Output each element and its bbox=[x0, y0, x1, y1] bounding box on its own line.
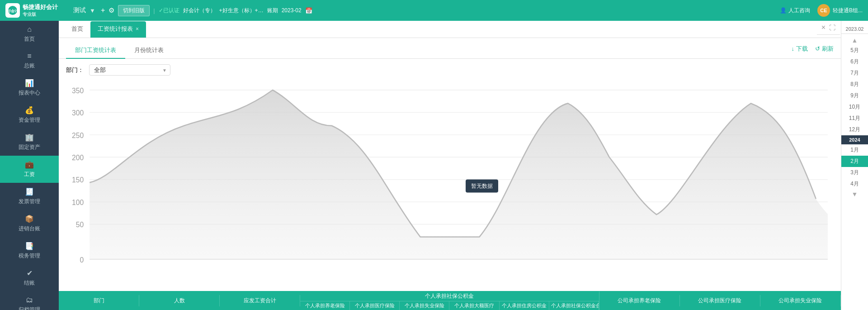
scroll-down-btn[interactable]: ▼ bbox=[851, 190, 859, 199]
sidebar-item-invoice[interactable]: 🧾 发票管理 bbox=[0, 183, 59, 210]
month-2024-2-active[interactable]: 2月 bbox=[841, 156, 868, 167]
good-accounting-label: 好会计（专） bbox=[183, 7, 216, 14]
month-12[interactable]: 12月 bbox=[841, 124, 868, 135]
header-middle: 测试 ▼ + ⚙ 切到旧版 | ✓已认证 好会计（专） +好生意（标）+… 账期… bbox=[64, 5, 780, 16]
user-area[interactable]: CE 轻捷通B组... bbox=[817, 4, 863, 17]
month-6[interactable]: 6月 bbox=[841, 56, 868, 67]
settings-icon[interactable]: ⚙ bbox=[108, 6, 114, 14]
sub-col-pension: 个人承担养老保险 bbox=[300, 301, 350, 310]
month-10[interactable]: 10月 bbox=[841, 101, 868, 113]
month-2024-3[interactable]: 3月 bbox=[841, 167, 868, 178]
sidebar-item-salary[interactable]: 💼 工资 bbox=[0, 156, 59, 183]
dept-select-wrapper: 全部 财务部 技术部 销售部 行政部 ▼ bbox=[89, 64, 170, 76]
table-col-total-salary: 应发工资合计 bbox=[220, 295, 300, 306]
month-2024-4[interactable]: 4月 bbox=[841, 178, 868, 190]
scroll-up-btn[interactable]: ▲ bbox=[851, 36, 859, 45]
dept-select[interactable]: 全部 财务部 技术部 销售部 行政部 bbox=[89, 64, 170, 76]
chart-svg: 350 300 250 200 150 100 50 0 bbox=[66, 81, 834, 286]
add-btn[interactable]: + bbox=[101, 6, 105, 14]
sidebar-item-purchase[interactable]: 📦 进销台账 bbox=[0, 210, 59, 237]
human-service-btn[interactable]: 👤 人工咨询 bbox=[780, 7, 810, 14]
chart-container: 350 300 250 200 150 100 50 0 bbox=[59, 81, 841, 291]
group-header: 个人承担社保公积金 bbox=[300, 291, 599, 301]
sidebar-item-reports[interactable]: 📊 报表中心 bbox=[0, 74, 59, 101]
sidebar-item-label: 固定资产 bbox=[19, 143, 40, 151]
company-name: 测试 bbox=[73, 6, 86, 14]
month-9[interactable]: 9月 bbox=[841, 90, 868, 101]
download-btn[interactable]: ↓ 下载 bbox=[792, 45, 808, 53]
month-8[interactable]: 8月 bbox=[841, 79, 868, 90]
tax-icon: 📑 bbox=[25, 242, 34, 250]
header-right: 👤 人工咨询 CE 轻捷通B组... bbox=[780, 4, 863, 17]
filter-bar: 部门： 全部 财务部 技术部 销售部 行政部 ▼ bbox=[59, 59, 841, 81]
home-icon: ⌂ bbox=[27, 25, 32, 33]
month-2024-1[interactable]: 1月 bbox=[841, 144, 868, 156]
sidebar-item-tax[interactable]: 📑 税务管理 bbox=[0, 237, 59, 264]
sidebar-item-funds[interactable]: 💰 资金管理 bbox=[0, 101, 59, 129]
chart-area-fill bbox=[90, 90, 828, 259]
svg-text:0: 0 bbox=[80, 256, 84, 263]
switch-old-version-btn[interactable]: 切到旧版 bbox=[118, 5, 150, 16]
table-col-dept: 部门 bbox=[59, 295, 139, 306]
sub-tab-dept[interactable]: 部门工资统计表 bbox=[66, 43, 125, 59]
svg-text:250: 250 bbox=[72, 131, 84, 139]
sidebar-item-settle[interactable]: ✔ 结账 bbox=[0, 264, 59, 291]
table-col-headcount: 人数 bbox=[139, 295, 220, 306]
svg-text:150: 150 bbox=[72, 176, 84, 184]
sub-col-total-social: 个人承担社保公积金合计 bbox=[549, 301, 599, 310]
refresh-btn[interactable]: ↺ 刷新 bbox=[815, 45, 834, 53]
sidebar-item-home[interactable]: ⌂ 首页 bbox=[0, 21, 59, 48]
month-11[interactable]: 11月 bbox=[841, 113, 868, 124]
sidebar-item-label: 进销台账 bbox=[19, 225, 40, 233]
logo-text: 畅捷通好会计 专业版 bbox=[23, 3, 58, 18]
sidebar: ⌂ 首页 ≡ 总账 📊 报表中心 💰 资金管理 🏢 固定资产 💼 工资 🧾 发票… bbox=[0, 21, 59, 310]
table-col-company-medical: 公司承担医疗保险 bbox=[680, 295, 760, 306]
salary-icon: 💼 bbox=[25, 160, 34, 169]
sidebar-item-archive[interactable]: 🗂 归档管理 bbox=[0, 291, 59, 310]
content-area: 首页 工资统计报表 × 部门工资统计表 月份统计表 ↓ 下载 bbox=[59, 21, 841, 310]
logo-area: 好会计 畅捷通好会计 专业版 bbox=[5, 3, 64, 18]
assets-icon: 🏢 bbox=[25, 133, 34, 142]
month-5[interactable]: 5月 bbox=[841, 45, 868, 56]
avatar: CE bbox=[817, 4, 830, 17]
inner-content: 部门工资统计表 月份统计表 ↓ 下载 ↺ 刷新 部门： bbox=[59, 38, 841, 310]
tab-salary-report[interactable]: 工资统计报表 × bbox=[90, 21, 146, 38]
dropdown-arrow[interactable]: ▼ bbox=[90, 7, 95, 14]
sidebar-item-label: 归档管理 bbox=[19, 306, 40, 310]
ledger-icon: ≡ bbox=[27, 52, 31, 60]
tab-bar: 首页 工资统计报表 × bbox=[59, 21, 841, 38]
calendar-icon[interactable]: 📅 bbox=[305, 7, 312, 14]
main-layout: ⌂ 首页 ≡ 总账 📊 报表中心 💰 资金管理 🏢 固定资产 💼 工资 🧾 发票… bbox=[0, 21, 868, 310]
sub-tabs: 部门工资统计表 月份统计表 ↓ 下载 ↺ 刷新 bbox=[59, 38, 841, 59]
sidebar-item-label: 工资 bbox=[24, 171, 35, 178]
human-icon: 👤 bbox=[780, 7, 787, 14]
archive-icon: 🗂 bbox=[26, 296, 33, 304]
table-col-company-unemployment: 公司承担失业保险 bbox=[760, 295, 841, 306]
settle-icon: ✔ bbox=[27, 269, 33, 277]
sidebar-item-ledger[interactable]: ≡ 总账 bbox=[0, 48, 59, 74]
panel-maximize-btn[interactable]: ⛶ bbox=[829, 24, 835, 31]
right-panel-date: 2023.02 bbox=[841, 24, 868, 34]
funds-icon: 💰 bbox=[25, 106, 34, 114]
good-business-label: +好生意（标）+… bbox=[219, 7, 264, 14]
svg-text:好会计: 好会计 bbox=[8, 9, 18, 13]
period-label: 账期 bbox=[267, 7, 278, 14]
svg-text:50: 50 bbox=[76, 221, 84, 229]
table-footer: 部门 人数 应发工资合计 个人承担社保公积金 个人承担养老保险 个人承担医疗保险… bbox=[59, 291, 841, 310]
month-7[interactable]: 7月 bbox=[841, 67, 868, 79]
dept-filter-label: 部门： bbox=[66, 66, 84, 74]
svg-text:100: 100 bbox=[72, 199, 84, 206]
sub-tab-month[interactable]: 月份统计表 bbox=[125, 43, 173, 59]
sidebar-item-label: 总账 bbox=[24, 62, 35, 70]
period-value: 2023-02 bbox=[282, 7, 302, 14]
tab-close-btn[interactable]: × bbox=[136, 26, 139, 32]
purchase-icon: 📦 bbox=[25, 215, 34, 223]
chart-tooltip: 暂无数据 bbox=[466, 180, 498, 193]
tab-home[interactable]: 首页 bbox=[64, 21, 90, 38]
panel-close-btn[interactable]: × bbox=[821, 24, 826, 32]
year-2024-label[interactable]: 2024 bbox=[841, 135, 868, 144]
sidebar-item-assets[interactable]: 🏢 固定资产 bbox=[0, 129, 59, 156]
table-col-group-social: 个人承担社保公积金 个人承担养老保险 个人承担医疗保险 个人承担失业保险 个人承… bbox=[300, 291, 599, 310]
sidebar-item-label: 发票管理 bbox=[19, 198, 40, 205]
logo-icon: 好会计 bbox=[5, 3, 20, 18]
